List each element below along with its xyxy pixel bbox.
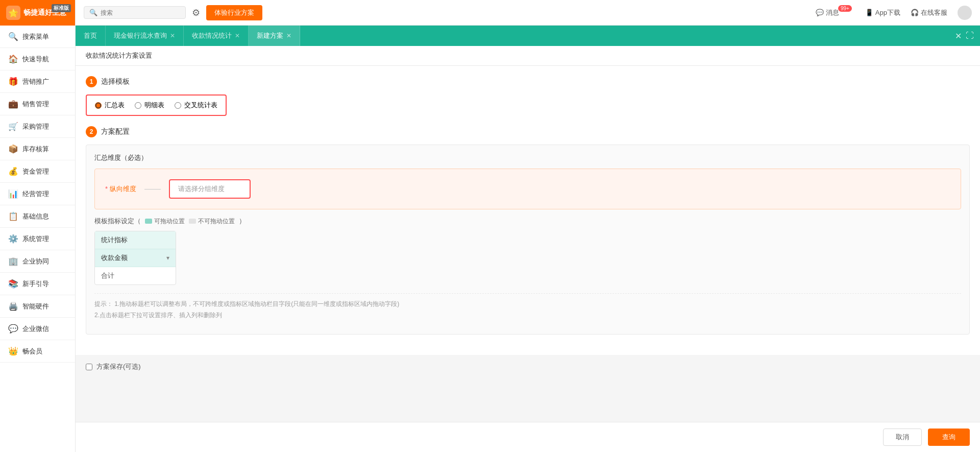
tab-close-bank-flow[interactable]: ✕	[170, 32, 175, 39]
notification-label: 消息	[826, 8, 839, 17]
search-icon: 🔍	[89, 9, 97, 16]
industry-btn[interactable]: 体验行业方案	[206, 5, 262, 20]
settings-icon[interactable]: ⚙	[192, 7, 200, 18]
tabbar-actions: ✕⛶	[955, 31, 980, 41]
tab-bank-flow[interactable]: 现金银行流水查询✕	[106, 26, 184, 46]
radio-summary[interactable]	[95, 102, 102, 109]
tab-label-collection-stat: 收款情况统计	[192, 31, 232, 40]
drag-badge: 可拖动位置	[145, 217, 185, 226]
download-item[interactable]: 📱 App下载	[865, 8, 900, 17]
metrics-row-total: 合计	[95, 267, 176, 284]
query-button[interactable]: 查询	[928, 429, 970, 446]
template-options: 汇总表明细表交叉统计表	[86, 94, 227, 116]
radio-label-cross: 交叉统计表	[184, 101, 217, 110]
sidebar-item-system[interactable]: ⚙️系统管理	[0, 228, 75, 250]
tab-home[interactable]: 首页	[76, 26, 106, 46]
group-dimension-select[interactable]: 请选择分组维度	[169, 179, 251, 199]
message-icon: 💬	[816, 9, 824, 16]
sidebar-item-smart-hw[interactable]: 🖨️智能硬件	[0, 295, 75, 318]
sidebar-item-sales[interactable]: 💼销售管理	[0, 93, 75, 115]
sidebar-label-member: 畅会员	[22, 347, 42, 356]
step2-section: 2 方案配置 汇总维度（必选） *纵向维度 —— 请选择分组维度	[86, 126, 970, 335]
radio-option-summary[interactable]: 汇总表	[95, 101, 125, 110]
support-label: 在线客服	[921, 8, 947, 17]
dimension-area: *纵向维度 —— 请选择分组维度	[94, 169, 961, 209]
sidebar-item-basic-info[interactable]: 📋基础信息	[0, 205, 75, 228]
sidebar-icon-quick-nav: 🏠	[8, 54, 18, 64]
tip-line1: 提示： 1.拖动标题栏可以调整布局，不可跨维度或指标区域拖动栏目字段(只能在同一…	[94, 299, 961, 310]
sidebar-label-wechat: 企业微信	[22, 324, 49, 334]
sidebar-item-quick-nav[interactable]: 🏠快速导航	[0, 48, 75, 70]
metrics-row-label: 合计	[101, 272, 114, 279]
logo-icon: 🌟	[6, 6, 20, 20]
notification-badge: 99+	[838, 5, 852, 12]
sidebar-item-operations[interactable]: 📊经营管理	[0, 183, 75, 205]
step2-title: 方案配置	[101, 127, 130, 136]
sidebar-icon-inventory: 📦	[8, 144, 18, 154]
tab-close-new-plan[interactable]: ✕	[286, 32, 291, 39]
config-section: 汇总维度（必选） *纵向维度 —— 请选择分组维度 模板指标设定（	[86, 145, 970, 335]
save-label: 方案保存(可选)	[96, 362, 141, 371]
dimension-section-label: 汇总维度（必选）	[94, 153, 961, 162]
close-window-icon[interactable]: ✕	[955, 31, 962, 41]
support-item[interactable]: 🎧 在线客服	[911, 8, 947, 17]
metrics-header: 模板指标设定（ 可拖动位置 不可拖动位置 ）	[94, 217, 961, 226]
sidebar-icon-enterprise: 🏢	[8, 256, 18, 266]
notification-item[interactable]: 💬 消息 99+	[816, 8, 855, 17]
radio-cross[interactable]	[175, 102, 181, 109]
maximize-icon[interactable]: ⛶	[966, 31, 974, 40]
page-footer: 方案保存(可选)	[76, 355, 980, 378]
tab-collection-stat[interactable]: 收款情况统计✕	[184, 26, 249, 46]
sidebar-label-smart-hw: 智能硬件	[22, 302, 49, 311]
required-mark: *	[105, 185, 108, 193]
sidebar-item-inventory[interactable]: 📦库存核算	[0, 138, 75, 160]
search-input[interactable]	[101, 9, 172, 16]
topbar-right: 💬 消息 99+ 📱 App下载 🎧 在线客服	[816, 6, 972, 20]
sidebar-label-operations: 经营管理	[22, 189, 49, 199]
sidebar-icon-operations: 📊	[8, 189, 18, 199]
arrow-icon: ——	[144, 184, 161, 194]
radio-label-summary: 汇总表	[105, 101, 125, 110]
tabbar: 首页现金银行流水查询✕收款情况统计✕新建方案✕✕⛶	[76, 26, 980, 46]
save-checkbox[interactable]	[86, 364, 92, 370]
step2-number: 2	[86, 126, 97, 137]
sidebar-icon-finance: 💰	[8, 166, 18, 176]
page-content: 收款情况统计方案设置 1 选择模板 汇总表明细表交叉统计表 2 方案配置 汇总	[76, 46, 980, 422]
metrics-table: 统计指标 收款金额 ▾ 合计	[94, 231, 176, 285]
sidebar-item-marketing[interactable]: 🎁营销推广	[0, 70, 75, 93]
sidebar-item-finance[interactable]: 💰资金管理	[0, 160, 75, 183]
cancel-button[interactable]: 取消	[883, 429, 922, 446]
tab-label-home: 首页	[84, 31, 97, 40]
sidebar-item-purchase[interactable]: 🛒采购管理	[0, 115, 75, 138]
download-icon: 📱	[865, 9, 873, 16]
sidebar-item-enterprise[interactable]: 🏢企业协同	[0, 250, 75, 273]
tab-close-collection-stat[interactable]: ✕	[235, 32, 240, 39]
column-dropdown-icon[interactable]: ▾	[166, 254, 169, 261]
drag-indicator-inactive	[189, 219, 196, 224]
metrics-column-label: 收款金额	[101, 253, 128, 263]
user-avatar[interactable]	[958, 6, 972, 20]
radio-detail[interactable]	[135, 102, 141, 109]
tab-new-plan[interactable]: 新建方案✕	[249, 26, 300, 46]
sidebar-icon-system: ⚙️	[8, 234, 18, 244]
sidebar-label-basic-info: 基础信息	[22, 212, 49, 221]
step1-number: 1	[86, 76, 97, 87]
sidebar-item-newbie[interactable]: 📚新手引导	[0, 273, 75, 295]
radio-option-cross[interactable]: 交叉统计表	[175, 101, 217, 110]
sidebar-icon-smart-hw: 🖨️	[8, 301, 18, 311]
form-body: 1 选择模板 汇总表明细表交叉统计表 2 方案配置 汇总维度（必选）	[76, 66, 980, 355]
radio-option-detail[interactable]: 明细表	[135, 101, 164, 110]
sidebar-label-marketing: 营销推广	[22, 77, 49, 86]
sidebar-label-sales: 销售管理	[22, 100, 49, 109]
tips-area: 提示： 1.拖动标题栏可以调整布局，不可跨维度或指标区域拖动栏目字段(只能在同一…	[94, 293, 961, 326]
metrics-table-header[interactable]: 统计指标	[95, 231, 176, 249]
search-box[interactable]: 🔍	[84, 6, 186, 19]
sidebar-item-wechat[interactable]: 💬企业微信	[0, 318, 75, 340]
sidebar-icon-sales: 💼	[8, 99, 18, 109]
sidebar-item-search-menu[interactable]: 🔍搜索菜单	[0, 26, 75, 48]
topbar: 🔍 ⚙ 体验行业方案 💬 消息 99+ 📱 App下载 🎧 在线客服	[76, 0, 980, 26]
sidebar-nav: 🔍搜索菜单🏠快速导航🎁营销推广💼销售管理🛒采购管理📦库存核算💰资金管理📊经营管理…	[0, 26, 75, 452]
sidebar-icon-marketing: 🎁	[8, 77, 18, 86]
sidebar-item-member[interactable]: 👑畅会员	[0, 340, 75, 363]
metrics-column-header[interactable]: 收款金额 ▾	[95, 249, 176, 267]
